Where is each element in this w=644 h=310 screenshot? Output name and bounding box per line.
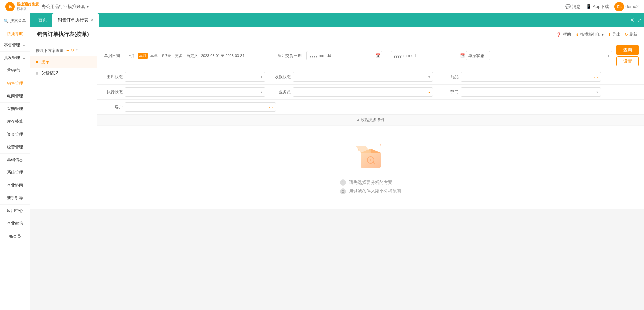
filter-row-3: 执行状态 ▾ 业务员 ··· (97, 85, 644, 100)
exec-status-caret: ▾ (261, 90, 262, 94)
sidebar-item-sales[interactable]: 销售管理 (0, 77, 30, 90)
goods-input[interactable]: ··· (461, 72, 601, 82)
collapse-panel-btn[interactable]: « (75, 48, 78, 54)
sidebar-item-basics[interactable]: 基础信息 (0, 154, 30, 166)
expected-date-group: 预计交货日期 📅 — 📅 (277, 51, 467, 60)
out-status-select[interactable]: ▾ (125, 72, 265, 82)
exec-status-group: 执行状态 ▾ (103, 87, 271, 97)
export-btn[interactable]: ⬇ 导出 (608, 32, 621, 37)
sidebar-item-retail[interactable]: 零售管理 ▲ (0, 39, 30, 52)
customer-input[interactable]: ··· (125, 102, 276, 112)
shortcut-more[interactable]: 更多 (174, 53, 184, 59)
add-scheme-btn[interactable]: + (66, 48, 69, 54)
customer-group: 客户 ··· (103, 102, 281, 112)
dept-select[interactable]: ▾ (461, 87, 601, 97)
action-buttons: 查询 设置 (616, 45, 639, 66)
app-download-btn[interactable]: 📱 App下载 (586, 4, 609, 10)
shortcut-7days[interactable]: 近7天 (160, 53, 172, 59)
status-select[interactable]: ▾ (489, 51, 612, 60)
sidebar-item-operations[interactable]: 经营管理 (0, 141, 30, 154)
tab-bar-actions: ✕ ⤢ (630, 17, 641, 23)
page-header: 销售订单执行表(按单) ❓ 帮助 🖨 按模板打印 ▾ ⬇ 导出 (30, 27, 644, 42)
help-icon: ❓ (556, 32, 561, 37)
print-icon: 🖨 (575, 32, 579, 37)
tab-home[interactable]: 首页 (33, 13, 52, 27)
date-filter-group: 单据日期 上月 本月 本年 近7天 更多 自定义 2023-03-01 至 20… (103, 53, 277, 59)
calendar-to-icon: 📅 (460, 53, 465, 58)
help-btn[interactable]: ❓ 帮助 (556, 32, 571, 37)
shortcut-custom[interactable]: 自定义 (185, 53, 199, 59)
dept-group: 部门 ▾ (438, 87, 601, 97)
sidebar-item-ecommerce[interactable]: 电商管理 (0, 90, 30, 103)
sidebar-item-marketing[interactable]: 营销推广 (0, 64, 30, 77)
filter-row-4: 客户 ··· (97, 100, 644, 115)
sidebar-item-inventory[interactable]: 库存核算 (0, 115, 30, 128)
tab-close-icon[interactable]: × (91, 18, 93, 22)
maximize-btn[interactable]: ⤢ (637, 17, 641, 23)
close-window-btn[interactable]: ✕ (630, 17, 634, 23)
exec-status-select[interactable]: ▾ (125, 87, 265, 97)
shortcut-this-month[interactable]: 本月 (138, 53, 148, 59)
recv-status-select[interactable]: ▾ (293, 72, 433, 82)
export-icon: ⬇ (608, 32, 611, 37)
sidebar-item-newuser[interactable]: 新手引导 (0, 192, 30, 205)
query-button[interactable]: 查询 (616, 45, 639, 55)
message-btn[interactable]: 💬 消息 (565, 4, 581, 10)
collapse-btn[interactable]: ∧ 收起更多条件 (357, 117, 385, 123)
sidebar-item-wholesale[interactable]: 批发管理 ▲ (0, 52, 30, 64)
content-area: 首页 销售订单执行表 × ✕ ⤢ 销售订单执行表(按单) ❓ 帮助 (30, 13, 644, 310)
quick-nav[interactable]: 快捷导航 (0, 29, 30, 39)
collapse-row: ∧ 收起更多条件 (97, 115, 644, 125)
out-status-group: 出库状态 ▾ (103, 72, 271, 82)
svg-text:✦: ✦ (357, 149, 360, 152)
status-filter-group: 单据状态 ▾ (467, 51, 612, 60)
sidebar-item-purchase[interactable]: 采购管理 (0, 103, 30, 115)
split-layout: 按以下方案查询 + ⊙ « 按单 欠货情况 (30, 42, 644, 209)
settings-button[interactable]: 设置 (616, 56, 639, 66)
sidebar-item-enterprise[interactable]: 企业协同 (0, 179, 30, 192)
empty-illustration: ✦ ✦ (354, 139, 387, 173)
print-btn[interactable]: 🖨 按模板打印 ▾ (575, 32, 604, 37)
calendar-from-icon: 📅 (375, 53, 380, 58)
scheme-item-shortage[interactable]: 欠货情况 (30, 68, 97, 79)
logo-text: 畅捷通好生意 标准版 (17, 2, 39, 11)
copy-scheme-btn[interactable]: ⊙ (71, 48, 74, 54)
recv-status-caret: ▾ (428, 75, 430, 79)
scheme-item-by-order[interactable]: 按单 (30, 56, 97, 68)
shortcut-this-year[interactable]: 本年 (149, 53, 159, 59)
expected-date-to-input[interactable] (391, 51, 467, 60)
user-profile[interactable]: Ea demo2 (614, 2, 639, 11)
chevron-icon: ▲ (22, 56, 26, 60)
download-icon: 📱 (586, 4, 591, 9)
tab-sales-order-exec[interactable]: 销售订单执行表 × (52, 13, 99, 27)
status-caret: ▾ (608, 54, 609, 58)
expected-date-from-wrap: 📅 (306, 51, 382, 60)
svg-marker-4 (371, 149, 381, 153)
svg-text:✦: ✦ (379, 143, 382, 147)
main-layout: 🔍 搜索菜单 快捷导航 零售管理 ▲ 批发管理 ▲ 营销推广 销售管理 电商管理… (0, 13, 644, 310)
empty-state: ✦ ✦ 1 请先选择要分析的方案 (340, 139, 401, 196)
date-shortcuts: 上月 本月 本年 近7天 更多 自定义 (126, 53, 199, 59)
search-icon: 🔍 (4, 19, 9, 23)
refresh-icon: ↻ (625, 32, 628, 37)
expected-date-to-wrap: 📅 (391, 51, 467, 60)
filter-row-2: 出库状态 ▾ 收款状态 ▾ (97, 69, 644, 85)
scheme-dot (36, 61, 38, 63)
sidebar-item-system[interactable]: 系统管理 (0, 166, 30, 179)
search-menu-btn[interactable]: 🔍 搜索菜单 (3, 16, 27, 26)
sidebar-item-finance[interactable]: 资金管理 (0, 128, 30, 141)
top-header: 畅 畅捷通好生意 标准版 办公用品行业模拟账套 ▾ 💬 消息 📱 App下载 E… (0, 0, 644, 13)
sidebar-item-member[interactable]: 畅会员 (0, 230, 30, 243)
sidebar-item-wechat[interactable]: 企业微信 (0, 217, 30, 230)
app-selector[interactable]: 办公用品行业模拟账套 ▾ (42, 4, 89, 10)
salesman-input[interactable]: ··· (293, 87, 433, 97)
sidebar-search: 🔍 搜索菜单 (0, 13, 30, 29)
scheme-dot-inactive (36, 72, 38, 75)
expected-date-from-input[interactable] (306, 51, 382, 60)
sidebar-item-appcenter[interactable]: 应用中心 (0, 205, 30, 217)
sidebar: 🔍 搜索菜单 快捷导航 零售管理 ▲ 批发管理 ▲ 营销推广 销售管理 电商管理… (0, 13, 30, 310)
svg-text:畅: 畅 (9, 5, 12, 9)
refresh-btn[interactable]: ↻ 刷新 (625, 32, 637, 37)
shortcut-last-month[interactable]: 上月 (126, 53, 136, 59)
dropdown-icon: ▾ (87, 4, 89, 9)
